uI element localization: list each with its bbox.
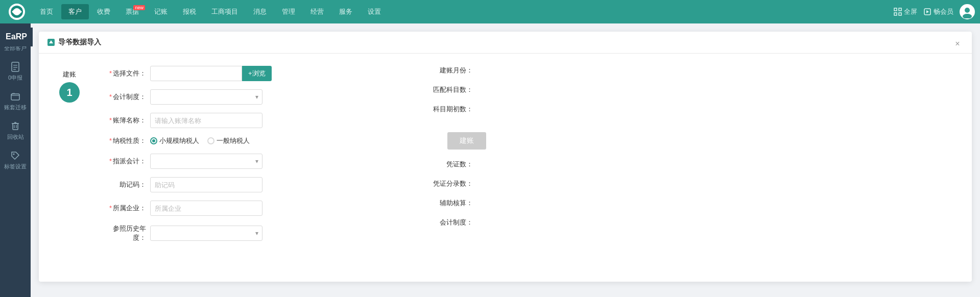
dialog: 导爷数据导入 × 建账 1 *选择文件： — [39, 32, 972, 282]
logo[interactable] — [5, 0, 29, 23]
assign-accountant-label: *指派会计： — [100, 157, 146, 166]
tag-icon-svg — [10, 151, 20, 161]
import-icon — [47, 38, 55, 46]
accounting-system-select-wrapper — [150, 89, 262, 105]
match-subjects-row: 匹配科目数： — [427, 85, 570, 94]
main-content: EaRP 导爷数据导入 × 建账 1 — [31, 23, 980, 297]
accounting-system-select[interactable] — [150, 89, 262, 105]
svg-point-20 — [13, 154, 15, 155]
nav-message[interactable]: 消息 — [246, 4, 274, 19]
trash-icon — [10, 120, 21, 132]
sidebar-label-recycle: 回收站 — [7, 133, 24, 141]
svg-rect-15 — [13, 123, 18, 130]
create-account-button[interactable]: 建账 — [447, 132, 486, 150]
step-circle: 1 — [59, 82, 80, 103]
aux-account-row: 辅助核算： — [427, 199, 570, 208]
fullscreen-btn[interactable]: 全屏 — [894, 7, 917, 16]
ledger-name-label: *账簿名称： — [100, 116, 146, 125]
ledger-name-input[interactable] — [150, 113, 262, 128]
browse-button[interactable]: +浏览 — [242, 66, 272, 81]
nav-settings[interactable]: 设置 — [361, 4, 388, 19]
accounting-system-label: *会计制度： — [100, 92, 146, 102]
memo-code-row: 助记码： — [100, 177, 407, 192]
dialog-body: 建账 1 *选择文件： +浏览 — [39, 54, 972, 263]
svg-rect-2 — [894, 13, 897, 15]
folder-icon — [10, 91, 20, 102]
history-year-select[interactable] — [150, 226, 262, 241]
history-year-label: 参照历史年度： — [100, 224, 146, 242]
member-btn[interactable]: 畅会员 — [923, 7, 953, 16]
file-input[interactable] — [150, 66, 242, 81]
svg-point-6 — [965, 8, 970, 13]
svg-rect-0 — [894, 8, 897, 11]
svg-marker-5 — [926, 10, 929, 13]
file-input-group: +浏览 — [150, 66, 272, 81]
sidebar-item-tag-settings[interactable]: 标签设置 — [1, 146, 30, 175]
sidebar-label-tag-settings: 标签设置 — [4, 163, 27, 170]
sidebar-item-zero-declaration[interactable]: 0申报 — [1, 57, 30, 86]
radio-small-taxpayer[interactable]: 小规模纳税人 — [150, 136, 199, 145]
nav-tax[interactable]: 报税 — [176, 4, 203, 19]
nav-items: 首页 客户 收费 票据 new 记账 报税 工商项目 消息 管理 经营 服务 设… — [33, 4, 894, 19]
nav-manage[interactable]: 管理 — [275, 4, 302, 19]
memo-code-label: 助记码： — [100, 180, 146, 189]
trash-icon-svg — [10, 121, 20, 131]
dialog-header: 导爷数据导入 — [39, 32, 972, 54]
month-label: 建账月份： — [427, 66, 473, 75]
nav-customer[interactable]: 客户 — [61, 4, 89, 19]
file-label: *选择文件： — [100, 69, 146, 78]
play-icon — [923, 8, 931, 16]
tag-icon — [10, 150, 21, 161]
info-area: 建账月份： 匹配科目数： 科目期初数： 建账 凭证 — [407, 66, 570, 251]
nav-business[interactable]: 工商项目 — [204, 4, 245, 19]
avatar[interactable] — [960, 4, 975, 19]
nav-invoice[interactable]: 票据 new — [118, 4, 146, 19]
step-label: 建账 — [63, 70, 76, 79]
nav-home[interactable]: 首页 — [33, 4, 60, 19]
nav-operation[interactable]: 经营 — [303, 4, 331, 19]
voucher-label: 凭证数： — [427, 160, 473, 169]
sidebar: 全部客户 0申报 账套迁移 — [0, 23, 31, 297]
memo-code-input[interactable] — [150, 177, 262, 192]
close-button[interactable]: × — [951, 38, 964, 50]
sidebar-label-zero-declaration: 0申报 — [8, 74, 22, 82]
doc-icon — [10, 62, 20, 72]
svg-rect-10 — [12, 62, 19, 71]
radio-general-taxpayer[interactable]: 一般纳税人 — [207, 136, 250, 145]
accounting-system-row: *会计制度： — [100, 89, 407, 105]
tax-type-label: *纳税性质： — [100, 136, 146, 145]
avatar-icon — [961, 5, 974, 18]
nav-bookkeeping[interactable]: 记账 — [147, 4, 175, 19]
assign-accountant-row: *指派会计： — [100, 154, 407, 169]
sidebar-item-account-migration[interactable]: 账套迁移 — [1, 87, 30, 115]
form-area: *选择文件： +浏览 *会计制度： — [100, 66, 407, 251]
history-year-row: 参照历史年度： — [100, 224, 407, 242]
radio-small-taxpayer-dot — [150, 137, 157, 144]
assign-accountant-select-wrapper — [150, 154, 262, 169]
radio-general-taxpayer-label: 一般纳税人 — [217, 136, 250, 145]
subjects-period-label: 科目期初数： — [427, 105, 473, 114]
info-accounting-system-label: 会计制度： — [427, 218, 473, 227]
svg-rect-3 — [899, 13, 901, 15]
sidebar-item-recycle[interactable]: 回收站 — [1, 116, 30, 145]
member-label: 畅会员 — [934, 7, 953, 16]
subjects-period-row: 科目期初数： — [427, 105, 570, 114]
nav-fee[interactable]: 收费 — [90, 4, 117, 19]
voucher-entries-label: 凭证分录数： — [427, 179, 473, 188]
svg-rect-1 — [899, 8, 901, 11]
company-label: *所属企业： — [100, 204, 146, 213]
company-row: *所属企业： — [100, 201, 407, 216]
nav-service[interactable]: 服务 — [332, 4, 360, 19]
dialog-title: 导爷数据导入 — [58, 38, 101, 47]
company-input[interactable] — [150, 201, 262, 216]
radio-small-taxpayer-label: 小规模纳税人 — [159, 136, 199, 145]
create-btn-wrapper: 建账 — [427, 124, 570, 150]
svg-point-7 — [963, 14, 972, 18]
assign-accountant-select[interactable] — [150, 154, 262, 169]
radio-general-taxpayer-dot — [207, 137, 214, 144]
migration-icon — [10, 91, 21, 102]
sidebar-label-account-migration: 账套迁移 — [4, 104, 27, 111]
file-row: *选择文件： +浏览 — [100, 66, 407, 81]
fullscreen-label: 全屏 — [904, 7, 917, 16]
earp-badge: EaRP — [31, 28, 33, 46]
